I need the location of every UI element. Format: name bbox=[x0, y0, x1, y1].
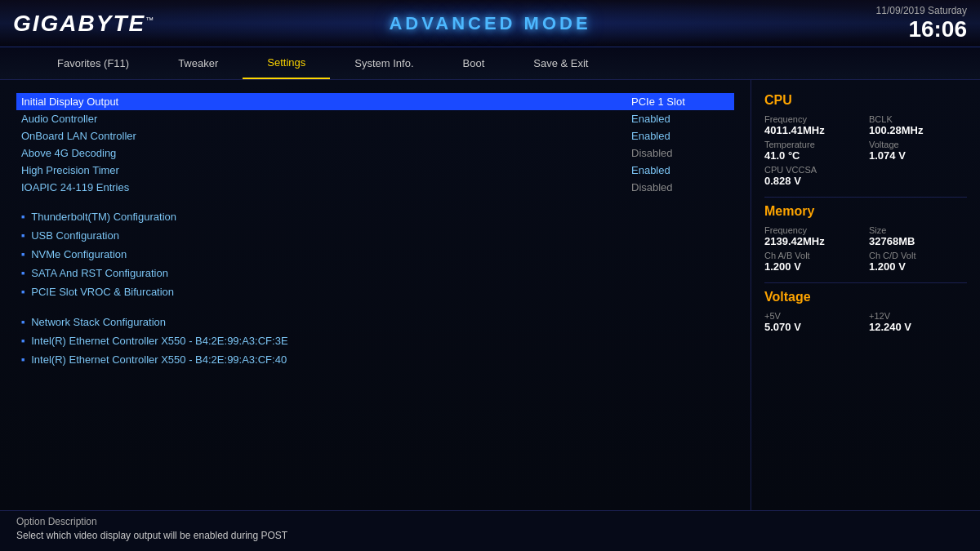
logo-trademark: ™ bbox=[145, 15, 155, 24]
mem-freq-value: 2139.42MHz bbox=[764, 235, 862, 247]
setting-value-hpt: Enabled bbox=[631, 164, 729, 176]
setting-value-above4g: Disabled bbox=[631, 147, 729, 159]
setting-audio[interactable]: Audio Controller Enabled bbox=[16, 110, 734, 127]
v12-value: 12.240 V bbox=[869, 321, 967, 333]
setting-hpt[interactable]: High Precision Timer Enabled bbox=[16, 162, 734, 179]
desc-title: Option Description bbox=[16, 516, 964, 527]
logo: GIGABYTE™ bbox=[13, 11, 155, 37]
submenu-label-pcie: PCIE Slot VROC & Bifurcation bbox=[31, 286, 174, 298]
submenu-label-nvme: NVMe Configuration bbox=[31, 248, 127, 260]
tab-tweaker[interactable]: Tweaker bbox=[154, 47, 243, 79]
submenu-label-thunderbolt: Thunderbolt(TM) Configuration bbox=[31, 211, 176, 223]
cpu-volt-item: Voltage 1.074 V bbox=[869, 140, 967, 162]
setting-above4g[interactable]: Above 4G Decoding Disabled bbox=[16, 144, 734, 162]
mem-size-value: 32768MB bbox=[869, 235, 967, 247]
tab-boot[interactable]: Boot bbox=[439, 47, 510, 79]
cpu-volt-value: 1.074 V bbox=[869, 149, 967, 162]
setting-label-audio: Audio Controller bbox=[21, 113, 631, 125]
setting-value-initial-display: PCIe 1 Slot bbox=[631, 96, 729, 108]
option-description: Option Description Select which video di… bbox=[0, 510, 980, 551]
datetime: 11/09/2019 Saturday 16:06 bbox=[876, 5, 967, 42]
setting-label-ioapic: IOAPIC 24-119 Entries bbox=[21, 181, 631, 193]
tab-settings[interactable]: Settings bbox=[243, 47, 330, 79]
nav-tabs: Favorites (F11) Tweaker Settings System … bbox=[0, 47, 980, 80]
stats-panel: CPU Frequency 4011.41MHz BCLK 100.28MHz … bbox=[751, 80, 980, 510]
main-content: Initial Display Output PCIe 1 Slot Audio… bbox=[0, 80, 980, 510]
setting-ioapic[interactable]: IOAPIC 24-119 Entries Disabled bbox=[16, 179, 734, 196]
cpu-temp-label: Temperature bbox=[764, 140, 862, 149]
header: GIGABYTE™ ADVANCED MODE 11/09/2019 Satur… bbox=[0, 0, 980, 47]
cpu-temp-value: 41.0 °C bbox=[764, 149, 862, 162]
v12-item: +12V 12.240 V bbox=[869, 311, 967, 333]
time-display: 16:06 bbox=[876, 16, 967, 42]
v12-label: +12V bbox=[869, 311, 967, 321]
mem-chab-label: Ch A/B Volt bbox=[764, 251, 862, 260]
setting-label-above4g: Above 4G Decoding bbox=[21, 147, 631, 159]
tab-sysinfo[interactable]: System Info. bbox=[330, 47, 438, 79]
setting-initial-display[interactable]: Initial Display Output PCIe 1 Slot bbox=[16, 93, 734, 110]
mem-size-label: Size bbox=[869, 225, 967, 235]
cpu-freq-label: Frequency bbox=[764, 114, 862, 124]
voltage-section-title: Voltage bbox=[764, 290, 967, 304]
cpu-bclk-label: BCLK bbox=[869, 114, 967, 124]
submenu-eth1[interactable]: Intel(R) Ethernet Controller X550 - B4:2… bbox=[16, 331, 734, 350]
submenu-label-usb: USB Configuration bbox=[31, 229, 119, 242]
cpu-stats: Frequency 4011.41MHz BCLK 100.28MHz Temp… bbox=[764, 114, 967, 187]
setting-label-lan: OnBoard LAN Controller bbox=[21, 130, 631, 142]
setting-value-audio: Enabled bbox=[631, 113, 729, 125]
mem-chcd-label: Ch C/D Volt bbox=[869, 251, 967, 260]
cpu-vccsa-item: CPU VCCSA 0.828 V bbox=[764, 165, 862, 187]
submenu-label-sata: SATA And RST Configuration bbox=[31, 267, 168, 279]
submenu-label-eth2: Intel(R) Ethernet Controller X550 - B4:2… bbox=[31, 353, 287, 366]
setting-label-initial-display: Initial Display Output bbox=[21, 96, 631, 108]
v5-label: +5V bbox=[764, 311, 862, 321]
page-title: ADVANCED MODE bbox=[389, 13, 590, 34]
submenu-nvme[interactable]: NVMe Configuration bbox=[16, 245, 734, 264]
mem-freq-label: Frequency bbox=[764, 225, 862, 235]
memory-stats: Frequency 2139.42MHz Size 32768MB Ch A/B… bbox=[764, 225, 967, 273]
setting-lan[interactable]: OnBoard LAN Controller Enabled bbox=[16, 127, 734, 144]
cpu-temp-item: Temperature 41.0 °C bbox=[764, 140, 862, 162]
cpu-bclk-value: 100.28MHz bbox=[869, 124, 967, 136]
cpu-freq-item: Frequency 4011.41MHz bbox=[764, 114, 862, 136]
divider-1 bbox=[764, 197, 967, 198]
voltage-stats: +5V 5.070 V +12V 12.240 V bbox=[764, 311, 967, 333]
mem-freq-item: Frequency 2139.42MHz bbox=[764, 225, 862, 247]
memory-section-title: Memory bbox=[764, 204, 967, 219]
tab-favorites[interactable]: Favorites (F11) bbox=[33, 47, 154, 79]
setting-value-ioapic: Disabled bbox=[631, 181, 729, 193]
setting-label-hpt: High Precision Timer bbox=[21, 164, 631, 176]
mem-chcd-value: 1.200 V bbox=[869, 260, 967, 273]
cpu-volt-label: Voltage bbox=[869, 140, 967, 149]
v5-value: 5.070 V bbox=[764, 321, 862, 333]
cpu-section-title: CPU bbox=[764, 93, 967, 108]
cpu-freq-value: 4011.41MHz bbox=[764, 124, 862, 136]
cpu-bclk-item: BCLK 100.28MHz bbox=[869, 114, 967, 136]
submenu-pcie[interactable]: PCIE Slot VROC & Bifurcation bbox=[16, 282, 734, 301]
settings-panel: Initial Display Output PCIe 1 Slot Audio… bbox=[0, 80, 751, 510]
submenu-netstack[interactable]: Network Stack Configuration bbox=[16, 313, 734, 331]
tab-saveexit[interactable]: Save & Exit bbox=[509, 47, 612, 79]
submenu-label-netstack: Network Stack Configuration bbox=[31, 316, 166, 328]
submenu-sata[interactable]: SATA And RST Configuration bbox=[16, 264, 734, 282]
divider-2 bbox=[764, 282, 967, 283]
mem-chcd-item: Ch C/D Volt 1.200 V bbox=[869, 251, 967, 273]
submenu-usb[interactable]: USB Configuration bbox=[16, 226, 734, 245]
cpu-vccsa-label: CPU VCCSA bbox=[764, 165, 862, 175]
cpu-vccsa-value: 0.828 V bbox=[764, 175, 862, 187]
desc-text: Select which video display output will b… bbox=[16, 530, 964, 541]
mem-size-item: Size 32768MB bbox=[869, 225, 967, 247]
date-display: 11/09/2019 Saturday bbox=[876, 5, 967, 16]
v5-item: +5V 5.070 V bbox=[764, 311, 862, 333]
mem-chab-item: Ch A/B Volt 1.200 V bbox=[764, 251, 862, 273]
setting-value-lan: Enabled bbox=[631, 130, 729, 142]
submenu-thunderbolt[interactable]: Thunderbolt(TM) Configuration bbox=[16, 207, 734, 226]
submenu-eth2[interactable]: Intel(R) Ethernet Controller X550 - B4:2… bbox=[16, 350, 734, 369]
mem-chab-value: 1.200 V bbox=[764, 260, 862, 273]
submenu-label-eth1: Intel(R) Ethernet Controller X550 - B4:2… bbox=[31, 335, 287, 347]
